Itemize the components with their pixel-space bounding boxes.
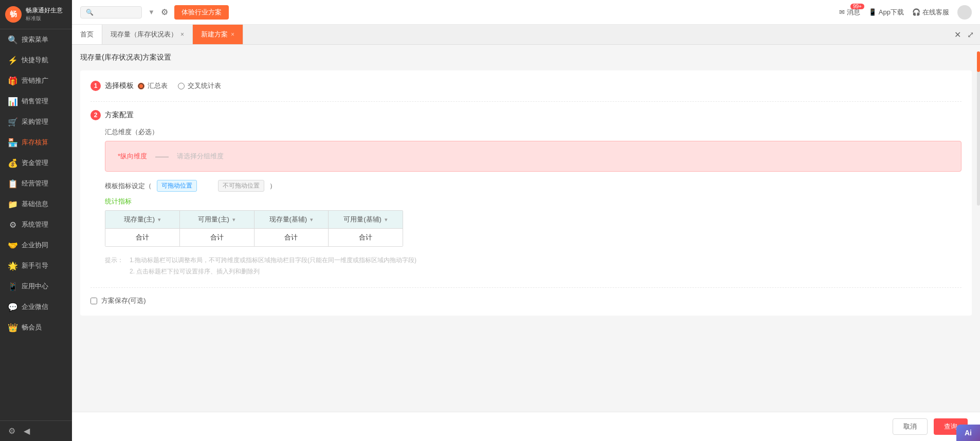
stats-header-3: 可用量(基辅) ▾ [329, 211, 403, 228]
sidebar-item-management[interactable]: 📋 经营管理 [0, 173, 72, 194]
sidebar-item-member[interactable]: 👑 畅会员 [0, 317, 72, 338]
sidebar-item-search[interactable]: 🔍 搜索菜单 [0, 29, 72, 50]
sidebar-item-info[interactable]: 📁 基础信息 [0, 194, 72, 214]
radio-cross[interactable]: 交叉统计表 [178, 81, 221, 90]
chevron-2[interactable]: ▾ [310, 216, 313, 223]
step1-num: 1 [90, 81, 101, 91]
topbar-search-box: 🔍 [80, 6, 142, 19]
sidebar-icon-marketing: 🎁 [8, 76, 17, 85]
radio-summary-input[interactable] [138, 83, 144, 89]
sidebar-icon-inventory: 🏪 [8, 138, 17, 147]
app-download-link[interactable]: 📱 App下载 [868, 8, 904, 17]
industry-plan-button[interactable]: 体验行业方案 [174, 5, 229, 20]
sidebar-item-wechat[interactable]: 💬 企业微信 [0, 297, 72, 317]
sidebar-label-enterprise: 企业协同 [22, 241, 48, 250]
stats-table-header: 现存量(主) ▾ 可用量(主) ▾ [105, 211, 403, 228]
app-edition: 标准版 [26, 15, 63, 22]
stats-table: 现存量(主) ▾ 可用量(主) ▾ [105, 210, 403, 247]
sidebar-icon-system: ⚙ [8, 220, 17, 229]
main-area: 🔍 ▼ ⚙ 体验行业方案 ✉ 消息 99+ 📱 App下载 🎧 在线客服 [72, 0, 980, 441]
sidebar-item-inventory[interactable]: 🏪 库存核算 [0, 132, 72, 153]
sidebar-item-guide[interactable]: 🌟 新手引导 [0, 255, 72, 276]
divider-1 [90, 101, 961, 102]
sidebar-footer: ⚙ ◀ [0, 420, 72, 441]
tab-home[interactable]: 首页 [72, 25, 102, 44]
sidebar-logo: 畅 畅康通好生意 标准版 [0, 0, 72, 29]
settings-icon[interactable]: ⚙ [8, 426, 15, 436]
sidebar-item-apps[interactable]: 📱 应用中心 [0, 276, 72, 297]
step1-section: 1 选择模板 汇总表 交叉统计表 [90, 81, 961, 91]
sidebar-icon-search: 🔍 [8, 35, 17, 44]
sidebar-item-finance[interactable]: 💰 资金管理 [0, 153, 72, 173]
sidebar-label-guide: 新手引导 [22, 261, 48, 270]
search-icon: 🔍 [86, 9, 94, 16]
dimension-area[interactable]: *纵向维度 —— 请选择分组维度 [105, 141, 961, 172]
draggable-badge: 可拖动位置 [157, 180, 197, 192]
tab-new-plan-close[interactable]: × [231, 31, 234, 38]
sidebar-icon-guide: 🌟 [8, 261, 17, 270]
settings-panel: 1 选择模板 汇总表 交叉统计表 [80, 70, 972, 316]
dimension-placeholder: 请选择分组维度 [177, 152, 224, 161]
dimension-sep: —— [155, 153, 169, 160]
step2-header: 2 方案配置 [90, 110, 961, 120]
vertical-dimension-row: *纵向维度 —— 请选择分组维度 [118, 152, 949, 161]
sidebar-item-system[interactable]: ⚙ 系统管理 [0, 214, 72, 235]
sidebar-item-enterprise[interactable]: 🤝 企业协同 [0, 235, 72, 255]
chevron-3[interactable]: ▾ [385, 216, 388, 223]
sidebar-item-sales[interactable]: 📊 销售管理 [0, 91, 72, 112]
sidebar-label-sales: 销售管理 [22, 97, 48, 106]
stats-section-title: 统计指标 [105, 197, 961, 206]
message-button[interactable]: ✉ 消息 99+ [839, 8, 860, 17]
sidebar-label-finance: 资金管理 [22, 158, 48, 168]
template-radio-group: 汇总表 交叉统计表 [138, 81, 221, 90]
sidebar-label-management: 经营管理 [22, 179, 48, 188]
toggle-icon[interactable]: ◀ [24, 426, 30, 436]
tab-inventory[interactable]: 现存量（库存状况表） × [102, 25, 193, 44]
stats-body-2: 合计 [255, 229, 329, 246]
tab-new-plan[interactable]: 新建方案 × [193, 25, 243, 44]
step2-body: 汇总维度（必选） *纵向维度 —— 请选择分组维度 模板指标设定（ 可拖动位置 [105, 127, 961, 277]
sidebar-item-marketing[interactable]: 🎁 营销推广 [0, 70, 72, 91]
radio-summary[interactable]: 汇总表 [138, 81, 168, 90]
sidebar-label-apps: 应用中心 [22, 282, 48, 291]
tab-inventory-close[interactable]: × [180, 31, 184, 38]
step2-num: 2 [90, 110, 101, 120]
save-label[interactable]: 方案保存(可选) [101, 296, 146, 305]
tab-bar: 首页 现存量（库存状况表） × 新建方案 × ✕ ⤢ [72, 25, 980, 45]
ai-badge[interactable]: Ai [956, 425, 980, 441]
step1-header: 1 选择模板 汇总表 交叉统计表 [90, 81, 961, 91]
topbar-left: 🔍 ▼ ⚙ 体验行业方案 [80, 5, 229, 20]
sidebar-label-member: 畅会员 [22, 323, 42, 332]
topbar-settings-icon[interactable]: ⚙ [161, 7, 168, 17]
radio-cross-input[interactable] [178, 83, 185, 89]
sidebar-label-nav: 快捷导航 [22, 56, 48, 65]
user-avatar[interactable] [957, 5, 972, 20]
app-name-block: 畅康通好生意 标准版 [26, 7, 63, 22]
right-scrollbar[interactable] [977, 51, 980, 206]
sidebar-icon-wechat: 💬 [8, 302, 17, 311]
app-logo-icon: 畅 [5, 6, 22, 23]
sidebar-item-purchase[interactable]: 🛒 采购管理 [0, 112, 72, 132]
tab-close-button[interactable]: ✕ [952, 28, 963, 42]
chevron-0[interactable]: ▾ [158, 216, 161, 223]
tips-area: 提示： 1.拖动标题栏可以调整布局，不可跨维度或指标区域拖动栏目字段(只能在同一… [105, 255, 961, 277]
cancel-button[interactable]: 取消 [893, 418, 928, 435]
sidebar-nav: 🔍 搜索菜单 ⚡ 快捷导航 🎁 营销推广 📊 销售管理 🛒 采购管理 🏪 库存核… [0, 29, 72, 420]
topbar: 🔍 ▼ ⚙ 体验行业方案 ✉ 消息 99+ 📱 App下载 🎧 在线客服 [72, 0, 980, 25]
sidebar-icon-enterprise: 🤝 [8, 241, 17, 250]
scrollbar-thumb[interactable] [977, 51, 980, 72]
sidebar-label-info: 基础信息 [22, 199, 48, 209]
sidebar-label-marketing: 营销推广 [22, 76, 48, 85]
customer-service-link[interactable]: 🎧 在线客服 [912, 8, 949, 17]
tips-title: 提示： 1.拖动标题栏可以调整布局，不可跨维度或指标区域拖动栏目字段(只能在同一… [105, 255, 961, 266]
chevron-1[interactable]: ▾ [232, 216, 235, 223]
vertical-dimension-label: *纵向维度 [118, 152, 147, 161]
tips-2: 2. 点击标题栏下拉可设置排序、插入列和删除列 [130, 266, 961, 278]
topbar-dropdown-icon[interactable]: ▼ [148, 8, 155, 16]
sidebar-item-nav[interactable]: ⚡ 快捷导航 [0, 50, 72, 70]
save-checkbox[interactable] [90, 298, 97, 304]
nodrag-badge: 不可拖动位置 [218, 180, 264, 192]
sidebar-icon-info: 📁 [8, 199, 17, 209]
tab-expand-button[interactable]: ⤢ [965, 28, 976, 42]
headset-icon: 🎧 [912, 8, 920, 16]
